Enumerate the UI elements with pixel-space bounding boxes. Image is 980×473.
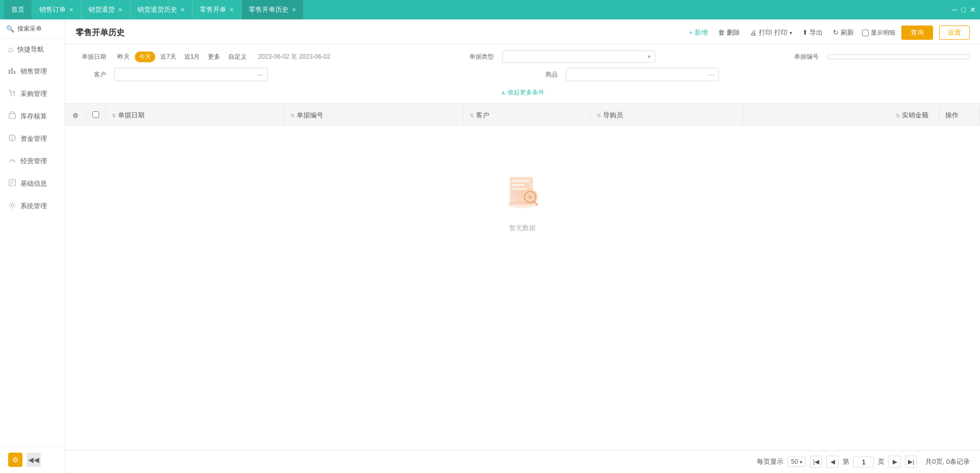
tab-home[interactable]: 首页 <box>4 0 32 19</box>
print-button[interactable]: 🖨 打印 打印 ▾ <box>748 27 794 38</box>
print-dropdown-icon[interactable]: ▾ <box>790 30 792 36</box>
table-header-row: ⚙ ⇅ 单据日期 ⇅ <box>65 106 980 126</box>
date-opt-custom[interactable]: 自定义 <box>225 52 250 62</box>
goods-filter-label: 商品 <box>527 70 558 79</box>
filter-area: 单据日期 昨天 今天 近7天 近1月 更多 自定义 2023-06-02 至 2… <box>65 44 980 104</box>
tab-retail-open[interactable]: 零售开单 ✕ <box>193 0 242 19</box>
ops-icon <box>8 156 16 166</box>
main-layout: 🔍 搜索采单 ⌂ 快捷导航 销售管理 <box>0 19 980 473</box>
close-icon[interactable]: ✕ <box>970 6 976 14</box>
number-filter-input[interactable] <box>827 54 970 59</box>
select-all-checkbox[interactable] <box>92 111 99 118</box>
col-customer-label: 客户 <box>476 111 489 120</box>
sidebar-item-sales-mgmt[interactable]: 销售管理 <box>0 60 65 83</box>
collapse-more-button[interactable]: ∧ 收起更多条件 <box>76 86 970 97</box>
filter-row-customer: 客户 ··· 商品 ··· <box>76 68 970 81</box>
system-icon <box>8 201 16 211</box>
tab-retail-history[interactable]: 零售开单历史 ✕ <box>242 0 304 19</box>
col-number-sort-icon[interactable]: ⇅ <box>291 113 295 118</box>
svg-point-4 <box>14 95 15 96</box>
date-opt-1month[interactable]: 近1月 <box>181 52 203 62</box>
sidebar-item-purchase-mgmt[interactable]: 采购管理 <box>0 83 65 105</box>
sidebar-item-finance[interactable]: 资金管理 <box>0 128 65 150</box>
sidebar-item-inventory[interactable]: 库存核算 <box>0 105 65 128</box>
col-settings[interactable]: ⚙ <box>65 106 86 126</box>
col-customer: ⇅ 客户 <box>464 106 590 126</box>
page-jump-label: 第 <box>843 457 849 466</box>
col-action: 操作 <box>939 106 980 126</box>
sidebar-item-label: 快捷导航 <box>17 45 44 54</box>
refresh-button[interactable]: ↻ 刷新 <box>831 27 856 38</box>
goods-filter-input[interactable]: ··· <box>566 68 719 81</box>
sidebar-item-label: 资金管理 <box>20 134 47 143</box>
customer-filter-label: 客户 <box>76 70 106 79</box>
show-detail-input[interactable] <box>862 30 869 36</box>
col-customer-sort-icon[interactable]: ⇅ <box>470 113 474 118</box>
date-opt-more[interactable]: 更多 <box>205 52 223 62</box>
add-button[interactable]: + 新增 <box>687 27 710 38</box>
date-opt-7days[interactable]: 近7天 <box>157 52 179 62</box>
empty-state: 暂无数据 <box>65 126 980 273</box>
tab-sales-order[interactable]: 销售订单 ✕ <box>32 0 81 19</box>
page-size-select[interactable]: 50 ▾ <box>787 457 806 467</box>
col-checkbox[interactable] <box>86 106 105 126</box>
show-detail-checkbox[interactable]: 显示明细 <box>862 29 895 37</box>
date-opt-today[interactable]: 今天 <box>135 52 155 62</box>
prev-page-btn[interactable]: ◀ <box>826 456 839 468</box>
tab-sales-return-close[interactable]: ✕ <box>118 7 123 13</box>
settings-button[interactable]: 设置 <box>939 26 970 40</box>
type-filter-select[interactable]: ▾ <box>502 51 655 63</box>
type-select-dropdown-icon: ▾ <box>648 53 651 60</box>
sidebar-item-basic-info[interactable]: 基础信息 <box>0 172 65 195</box>
sidebar-item-label: 销售管理 <box>20 67 47 76</box>
home-icon: ⌂ <box>8 45 13 54</box>
svg-rect-0 <box>9 69 10 74</box>
col-action-label: 操作 <box>945 111 959 119</box>
tab-sales-return-history[interactable]: 销货退货历史 ✕ <box>130 0 193 19</box>
col-number-label: 单据编号 <box>297 111 323 120</box>
sidebar-item-operations[interactable]: 经营管理 <box>0 150 65 172</box>
sidebar-search[interactable]: 🔍 搜索采单 <box>0 19 65 39</box>
tab-retail-history-label: 零售开单历史 <box>249 5 289 14</box>
filter-row-date: 单据日期 昨天 今天 近7天 近1月 更多 自定义 2023-06-02 至 2… <box>76 51 970 63</box>
chart-icon <box>8 66 16 77</box>
tab-retail-history-close[interactable]: ✕ <box>292 7 296 13</box>
sidebar: 🔍 搜索采单 ⌂ 快捷导航 销售管理 <box>0 19 65 473</box>
col-date-sort-icon[interactable]: ⇅ <box>112 113 116 118</box>
col-amount-label: 实销金额 <box>902 111 928 120</box>
query-button[interactable]: 查询 <box>901 26 933 40</box>
customer-filter-input[interactable]: ··· <box>114 68 268 81</box>
maximize-icon[interactable]: □ <box>962 6 966 14</box>
minimize-icon[interactable]: ─ <box>952 6 958 14</box>
next-page-btn[interactable]: ▶ <box>889 456 901 468</box>
empty-row: 暂无数据 <box>65 126 980 274</box>
box-icon <box>8 111 16 121</box>
last-page-btn[interactable]: ▶| <box>905 456 917 468</box>
col-amount-sort-icon[interactable]: ⇅ <box>896 113 900 118</box>
first-page-btn[interactable]: |◀ <box>810 456 822 468</box>
tab-sales-return[interactable]: 销货退货 ✕ <box>81 0 130 19</box>
sidebar-item-label: 系统管理 <box>20 202 47 211</box>
col-salesperson-sort-icon[interactable]: ⇅ <box>597 113 601 118</box>
sidebar-item-quick-nav[interactable]: ⌂ 快捷导航 <box>0 39 65 60</box>
tab-retail-open-close[interactable]: ✕ <box>229 7 234 13</box>
svg-point-8 <box>11 204 14 207</box>
sidebar-collapse-button[interactable]: ◀◀ <box>27 453 41 467</box>
export-button[interactable]: ⬆ 导出 <box>800 27 825 38</box>
page-number-input[interactable] <box>853 457 874 467</box>
date-opt-yesterday[interactable]: 昨天 <box>114 52 133 62</box>
col-date: ⇅ 单据日期 <box>105 106 284 126</box>
page-header: 零售开单历史 + 新增 🗑 删除 🖨 打印 打印 ▾ ⬆ 导出 ↻ 刷新 显示明… <box>65 19 980 44</box>
page-size-value: 50 <box>791 458 798 465</box>
settings-col-icon[interactable]: ⚙ <box>73 112 79 119</box>
tab-sales-return-history-close[interactable]: ✕ <box>180 7 185 13</box>
page-size-dropdown-icon: ▾ <box>800 459 802 465</box>
tab-sales-order-close[interactable]: ✕ <box>69 7 74 13</box>
page-title: 零售开单历史 <box>76 28 125 38</box>
data-table: ⚙ ⇅ 单据日期 ⇅ <box>65 106 980 273</box>
gear-button[interactable]: ⚙ <box>8 453 22 467</box>
sidebar-item-system[interactable]: 系统管理 <box>0 195 65 217</box>
date-filter-label: 单据日期 <box>76 53 106 61</box>
print-label: 打印 <box>759 28 772 37</box>
delete-button[interactable]: 🗑 删除 <box>716 27 742 38</box>
